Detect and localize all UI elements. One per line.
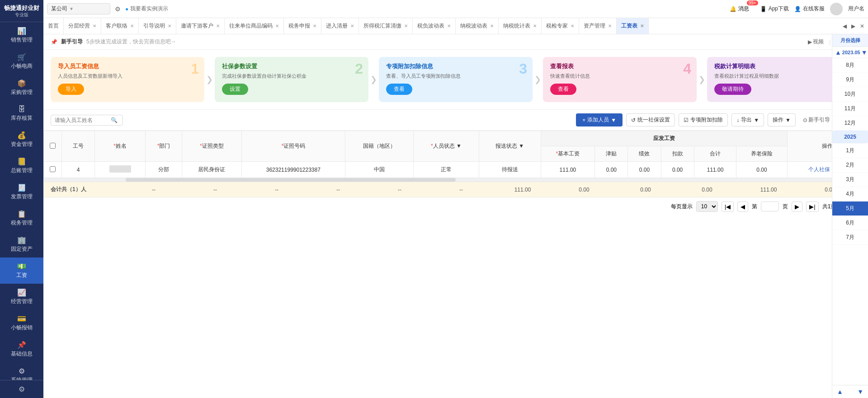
tab-close-icon[interactable]: ✕ [350,23,354,28]
tab-layered[interactable]: 分层经营 ✕ [64,18,101,34]
search-icon[interactable]: 🔍 [111,117,118,123]
tab-income-tax[interactable]: 所得税汇算清缴 ✕ [359,18,413,34]
export-button[interactable]: ↓ 导出 ▼ [731,113,764,126]
sidebar-item-invoice[interactable]: 🧾 发票管理 [0,179,43,205]
tab-customer[interactable]: 客户联络 ✕ [101,18,139,34]
sidebar-item-ecommerce[interactable]: 🛒 小畅电商 [0,48,43,75]
first-page-button[interactable]: |◀ [722,201,734,212]
month-item-4[interactable]: 4月 [832,187,868,201]
personal-insurance-link[interactable]: 个人社保 [808,166,830,173]
tab-close-icon[interactable]: ✕ [313,23,316,28]
tab-close-icon[interactable]: ✕ [404,23,408,28]
tab-close-all-icon[interactable]: ✕ [858,22,866,30]
tab-tax-report[interactable]: 税务申报 ✕ [284,18,321,34]
operations-button[interactable]: 操作 ▼ [768,113,796,126]
month-item-7[interactable]: 7月 [832,230,868,245]
tab-close-icon[interactable]: ✕ [216,23,220,28]
tab-tax-expert[interactable]: 税检专家 ✕ [542,18,579,34]
tab-home[interactable]: 首页 [43,18,64,34]
last-page-button[interactable]: ▶| [806,201,818,212]
tab-close-icon[interactable]: ✕ [490,23,494,28]
month-item-11[interactable]: 11月 [832,102,868,116]
tab-tax-stat[interactable]: 纳税统计表 ✕ [499,18,542,34]
add-person-button[interactable]: + 添加人员 ▼ [576,113,623,126]
sidebar-item-ledger[interactable]: 📒 总账管理 [0,153,43,179]
tab-close-icon[interactable]: ✕ [608,23,612,28]
tab-clearance[interactable]: 进入清册 ✕ [321,18,359,34]
sidebar-item-funds[interactable]: 💰 资金管理 [0,126,43,153]
row-checkbox[interactable] [50,166,56,172]
step-2-btn[interactable]: 设置 [222,84,248,95]
tab-tax-burden[interactable]: 税负波动表 ✕ [413,18,456,34]
new-guide-button[interactable]: ⊙ 新手引导 [799,114,834,126]
filter2-icon[interactable]: ▼ [519,143,524,149]
per-page-select[interactable]: 10 20 50 [696,201,718,212]
sidebar-item-inventory[interactable]: 🗄 库存核算 [0,101,43,126]
month-up-icon[interactable]: ▲ [834,48,842,57]
sidebar-item-salary[interactable]: 💵 工资 [0,258,43,284]
month-item-10[interactable]: 10月 [832,87,868,102]
tab-close-icon[interactable]: ✕ [93,23,96,28]
prev-page-button[interactable]: ◀ [737,201,748,212]
step-3-btn[interactable]: 查看 [386,84,412,95]
horizontal-scrollbar[interactable] [43,178,868,182]
month-item-9[interactable]: 9月 [832,73,868,87]
search-input[interactable] [55,117,109,123]
tab-tax-wave[interactable]: 纳税波动表 ✕ [456,18,499,34]
tab-close-icon[interactable]: ✕ [571,23,574,28]
sidebar-item-basic[interactable]: 📌 基础信息 [0,336,43,362]
tab-guide-intro[interactable]: 引导说明 ✕ [139,18,176,34]
filter-icon[interactable]: ▼ [456,143,462,149]
tab-salary-table[interactable]: 工资表 ✕ [617,18,649,34]
sidebar-item-operations[interactable]: 📈 经营管理 [0,284,43,310]
search-box[interactable]: 🔍 [51,115,123,126]
month-item-5[interactable]: 5月 [832,201,868,216]
next-page-button[interactable]: ▶ [792,201,802,212]
tab-asset-mgmt[interactable]: 资产管理 ✕ [579,18,617,34]
settings-icon[interactable]: ⚙ [19,385,25,393]
guide-video-link[interactable]: ▶ 视频 [808,38,824,46]
step-4-btn[interactable]: 查看 [550,84,576,95]
step-5-btn[interactable]: 敬请期待 [714,84,751,95]
sidebar-item-system[interactable]: ⚙ 系统管理 [0,362,43,380]
sidebar-item-sales[interactable]: 📊 销售管理 [0,22,43,48]
company-selector[interactable]: 某公司 ▼ [47,3,110,14]
sidebar-item-expense[interactable]: 💳 小畅报销 [0,310,43,336]
sidebar-item-tax[interactable]: 📋 税务管理 [0,205,43,231]
special-deduction-button[interactable]: ☑ 专项附加扣除 [679,113,728,126]
month-item-12[interactable]: 12月 [832,116,868,131]
page-input[interactable]: 1 [761,201,779,211]
month-item-year-2025[interactable]: 2025 [832,131,868,144]
month-down-icon[interactable]: ▼ [860,48,868,57]
tab-close-icon[interactable]: ✕ [640,23,644,28]
scrollbar-thumb[interactable] [126,178,456,182]
month-item-6[interactable]: 6月 [832,216,868,230]
app-download-button[interactable]: 📱 App下载 [760,5,789,13]
tab-next-icon[interactable]: ▶ [849,22,857,30]
topbar-settings-icon[interactable]: ⚙ [113,4,123,14]
tab-prev-icon[interactable]: ◀ [841,22,849,30]
select-all-checkbox[interactable] [50,143,56,149]
username-label[interactable]: 用户名 [848,5,864,13]
month-panel-prev-icon[interactable]: ▲ [834,387,846,396]
tab-goods-code[interactable]: 往来单位商品编码 ✕ [225,18,284,34]
sidebar-item-purchase[interactable]: 📦 采购管理 [0,75,43,101]
tab-close-icon[interactable]: ✕ [533,23,537,28]
step-1-btn[interactable]: 导入 [58,84,84,95]
online-service-button[interactable]: 👤 在线客服 [794,5,825,13]
tab-close-icon[interactable]: ✕ [447,23,451,28]
month-item-3[interactable]: 3月 [832,173,868,187]
message-button[interactable]: 🔔 消息 99+ [728,3,755,14]
tab-close-icon[interactable]: ✕ [130,23,134,28]
user-avatar[interactable] [830,3,843,15]
demo-link[interactable]: ● 我要看实例演示 [125,5,168,13]
month-item-2[interactable]: 2月 [832,158,868,173]
social-insurance-button[interactable]: ↺ 统一社保设置 [626,113,675,126]
tab-close-icon[interactable]: ✕ [275,23,279,28]
sidebar-item-assets[interactable]: 🏢 固定资产 [0,231,43,258]
month-item-1[interactable]: 1月 [832,144,868,158]
month-panel-next-icon[interactable]: ▼ [854,387,866,396]
tab-close-icon[interactable]: ✕ [168,23,171,28]
month-item-8[interactable]: 8月 [832,58,868,73]
tab-invite[interactable]: 邀请下游客户 ✕ [176,18,225,34]
